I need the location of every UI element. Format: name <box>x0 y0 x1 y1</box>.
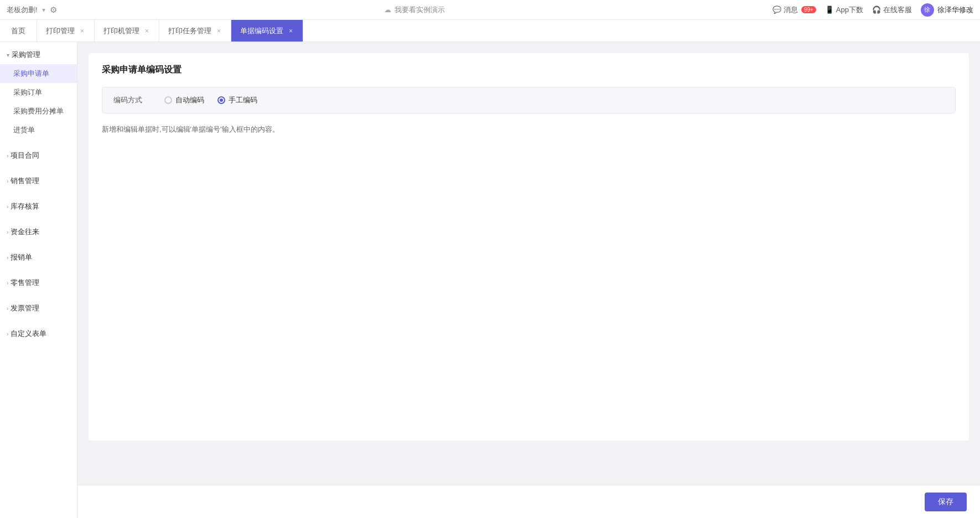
chevron-right-icon-funds: › <box>7 229 8 235</box>
sidebar-group-funds-label: 资金往来 <box>11 227 39 237</box>
tab-print-task-mgmt-close[interactable]: × <box>216 27 222 35</box>
sidebar-group-invoice-title[interactable]: › 发票管理 <box>0 299 77 318</box>
tab-home[interactable]: 首页 <box>0 20 37 42</box>
sidebar-group-inventory-title[interactable]: › 库存核算 <box>0 197 77 216</box>
radio-manual-circle <box>217 96 225 104</box>
sidebar-group-retail-title[interactable]: › 零售管理 <box>0 273 77 292</box>
sidebar-item-stock-in-label: 进货单 <box>13 126 35 134</box>
chevron-right-icon-sales: › <box>7 178 8 184</box>
download-icon: 📱 <box>825 6 834 14</box>
sidebar-group-sales-label: 销售管理 <box>11 176 39 186</box>
sidebar-group-custom-form: › 自定义表单 <box>0 321 77 346</box>
encoding-section: 编码方式 自动编码 手工编码 <box>102 87 956 113</box>
message-badge: 99+ <box>801 6 816 13</box>
sidebar-item-purchase-order-label: 采购订单 <box>13 88 42 96</box>
logo-text: 老板勿删! <box>7 5 38 15</box>
user-avatar-area[interactable]: 徐 徐泽华修改 <box>921 3 973 17</box>
tab-printer-mgmt[interactable]: 打印机管理 × <box>95 20 159 42</box>
headset-icon: 🎧 <box>872 6 881 14</box>
sidebar-group-invoice-label: 发票管理 <box>11 303 39 313</box>
dropdown-icon[interactable]: ▾ <box>42 6 45 14</box>
sidebar-group-funds-title[interactable]: › 资金往来 <box>0 222 77 241</box>
chevron-right-icon-project: › <box>7 153 8 159</box>
settings-icon[interactable]: ⚙ <box>50 5 57 15</box>
sidebar-group-retail: › 零售管理 <box>0 270 77 296</box>
tab-print-task-mgmt[interactable]: 打印任务管理 × <box>159 20 231 42</box>
chevron-right-icon-inventory: › <box>7 204 8 210</box>
top-bar-right: 💬 消息 99+ 📱 App下数 🎧 在线客服 徐 徐泽华修改 <box>772 3 973 17</box>
online-service-label: 在线客服 <box>883 5 912 15</box>
tab-print-mgmt-close[interactable]: × <box>79 27 85 35</box>
tab-order-code-settings-close[interactable]: × <box>288 27 294 35</box>
tab-printer-mgmt-close[interactable]: × <box>144 27 150 35</box>
main-layout: ▾ 采购管理 采购申请单 采购订单 采购费用分摊单 进货单 › 项目合同 <box>0 42 980 518</box>
save-button[interactable]: 保存 <box>925 493 967 511</box>
chevron-right-icon-returns: › <box>7 255 8 261</box>
main-content: 采购申请单编码设置 编码方式 自动编码 手工编码 <box>77 42 980 518</box>
sidebar-group-retail-label: 零售管理 <box>11 278 39 288</box>
radio-manual-code[interactable]: 手工编码 <box>217 95 257 105</box>
sidebar-item-purchase-order[interactable]: 采购订单 <box>0 83 77 102</box>
sidebar-group-sales: › 销售管理 <box>0 168 77 194</box>
top-bar-left: 老板勿删! ▾ ⚙ <box>7 5 57 15</box>
tab-print-task-mgmt-label: 打印任务管理 <box>168 26 211 36</box>
sidebar-group-returns: › 报销单 <box>0 245 77 270</box>
sidebar-group-project-contract: › 项目合同 <box>0 143 77 168</box>
sidebar-group-inventory-label: 库存核算 <box>11 201 39 211</box>
app-download-action[interactable]: 📱 App下数 <box>825 5 863 15</box>
tab-order-code-settings[interactable]: 单据编码设置 × <box>231 20 303 42</box>
sidebar-group-funds: › 资金往来 <box>0 219 77 245</box>
content-area: 采购申请单编码设置 编码方式 自动编码 手工编码 <box>77 42 980 485</box>
tab-home-label: 首页 <box>11 26 25 36</box>
tab-order-code-settings-label: 单据编码设置 <box>240 26 283 36</box>
sidebar-group-custom-form-label: 自定义表单 <box>11 329 46 339</box>
message-icon: 💬 <box>772 6 781 14</box>
sidebar-group-project-contract-title[interactable]: › 项目合同 <box>0 146 77 165</box>
sidebar-group-returns-title[interactable]: › 报销单 <box>0 248 77 267</box>
sidebar-item-purchase-expense[interactable]: 采购费用分摊单 <box>0 102 77 121</box>
sidebar-item-purchase-request[interactable]: 采购申请单 <box>0 64 77 83</box>
sidebar-group-sales-title[interactable]: › 销售管理 <box>0 172 77 190</box>
window-close-button[interactable]: × <box>968 5 973 15</box>
sidebar-group-returns-label: 报销单 <box>11 252 32 262</box>
sidebar-item-purchase-expense-label: 采购费用分摊单 <box>13 107 64 115</box>
sidebar-group-project-contract-label: 项目合同 <box>11 151 39 160</box>
sidebar-group-custom-form-title[interactable]: › 自定义表单 <box>0 324 77 343</box>
sidebar: ▾ 采购管理 采购申请单 采购订单 采购费用分摊单 进货单 › 项目合同 <box>0 42 77 518</box>
encoding-label: 编码方式 <box>113 95 142 105</box>
footer-bar: 保存 <box>77 485 980 518</box>
tab-printer-mgmt-label: 打印机管理 <box>103 26 139 36</box>
info-text: 新增和编辑单据时,可以编辑'单据编号'输入框中的内容。 <box>102 125 956 134</box>
sidebar-group-invoice: › 发票管理 <box>0 296 77 321</box>
chevron-right-icon-custom-form: › <box>7 331 8 337</box>
radio-auto-label: 自动编码 <box>175 95 204 105</box>
chevron-right-icon-retail: › <box>7 280 8 286</box>
chevron-down-icon: ▾ <box>7 52 9 58</box>
demo-link[interactable]: 我要看实例演示 <box>395 5 445 15</box>
message-action[interactable]: 💬 消息 99+ <box>772 5 816 15</box>
page-title: 采购申请单编码设置 <box>102 64 956 76</box>
message-label: 消息 <box>784 5 798 15</box>
sidebar-group-inventory: › 库存核算 <box>0 194 77 219</box>
sidebar-group-purchase: ▾ 采购管理 采购申请单 采购订单 采购费用分摊单 进货单 <box>0 42 77 143</box>
tab-bar: 首页 打印管理 × 打印机管理 × 打印任务管理 × 单据编码设置 × <box>0 20 980 42</box>
radio-auto-code[interactable]: 自动编码 <box>164 95 204 105</box>
sidebar-item-stock-in[interactable]: 进货单 <box>0 121 77 139</box>
sidebar-group-purchase-label: 采购管理 <box>12 50 40 60</box>
page-card: 采购申请单编码设置 编码方式 自动编码 手工编码 <box>89 53 969 441</box>
avatar: 徐 <box>921 3 934 17</box>
radio-auto-circle <box>164 96 172 104</box>
top-bar-center: ☁ 我要看实例演示 <box>384 5 445 15</box>
radio-manual-label: 手工编码 <box>229 95 257 105</box>
sidebar-item-purchase-request-label: 采购申请单 <box>13 69 49 77</box>
tab-print-mgmt-label: 打印管理 <box>46 26 75 36</box>
top-bar: 老板勿删! ▾ ⚙ ☁ 我要看实例演示 💬 消息 99+ 📱 App下数 🎧 在… <box>0 0 980 20</box>
radio-group: 自动编码 手工编码 <box>164 95 257 105</box>
sidebar-group-purchase-title[interactable]: ▾ 采购管理 <box>0 45 77 64</box>
chevron-right-icon-invoice: › <box>7 305 8 312</box>
avatar-initials: 徐 <box>924 6 930 14</box>
app-download-label: App下数 <box>836 5 863 15</box>
online-service-action[interactable]: 🎧 在线客服 <box>872 5 912 15</box>
cloud-icon: ☁ <box>384 6 391 14</box>
tab-print-mgmt[interactable]: 打印管理 × <box>37 20 95 42</box>
